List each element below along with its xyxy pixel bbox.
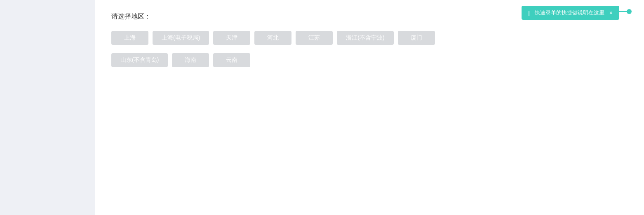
region-btn-hebei[interactable]: 河北	[254, 31, 291, 45]
region-btn-shanghai[interactable]: 上海	[111, 31, 148, 45]
tooltip-banner: 快速录单的快捷键说明在这里 ×	[522, 6, 619, 20]
region-btn-shandong[interactable]: 山东(不含青岛)	[111, 53, 168, 67]
main-content: 请选择地区： 上海 上海(电子税局) 天津 河北 江苏 浙江(不含宁波) 厦门 …	[95, 0, 644, 215]
tooltip-dot	[627, 9, 632, 14]
tooltip-close-button[interactable]: ×	[609, 9, 613, 16]
region-btn-shanghai-etax[interactable]: 上海(电子税局)	[153, 31, 209, 45]
region-btn-tianjin[interactable]: 天津	[213, 31, 250, 45]
region-btn-zhejiang[interactable]: 浙江(不含宁波)	[337, 31, 393, 45]
region-btn-hainan[interactable]: 海南	[172, 53, 209, 67]
region-buttons: 上海 上海(电子税局) 天津 河北 江苏 浙江(不含宁波) 厦门 山东(不含青岛…	[111, 31, 628, 67]
tooltip-line	[618, 11, 627, 12]
left-sidebar	[0, 0, 95, 215]
region-btn-yunnan[interactable]: 云南	[213, 53, 250, 67]
tooltip-text: 快速录单的快捷键说明在这里	[535, 9, 604, 16]
region-btn-xiamen[interactable]: 厦门	[398, 31, 435, 45]
region-btn-jiangsu[interactable]: 江苏	[296, 31, 333, 45]
